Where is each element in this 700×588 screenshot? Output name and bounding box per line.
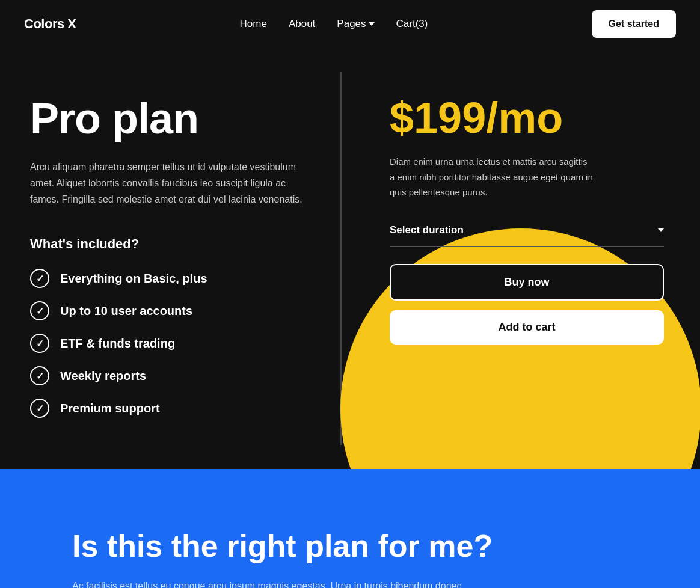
feature-list: Everything on Basic, plus Up to 10 user … bbox=[30, 269, 304, 418]
included-heading: What's included? bbox=[30, 236, 304, 252]
plan-description: Arcu aliquam pharetra semper tellus ut i… bbox=[30, 159, 304, 208]
feature-item-1: Everything on Basic, plus bbox=[30, 269, 304, 288]
blue-section-title: Is this the right plan for me? bbox=[72, 529, 493, 563]
duration-chevron-icon bbox=[658, 228, 664, 232]
nav-links: Home About Pages Cart(3) bbox=[240, 18, 428, 30]
price-display: $199/mo bbox=[390, 96, 664, 139]
feature-item-2: Up to 10 user accounts bbox=[30, 301, 304, 320]
feature-label-3: ETF & funds trading bbox=[60, 337, 175, 351]
site-logo[interactable]: Colors X bbox=[24, 16, 76, 32]
hero-right-panel: $199/mo Diam enim urna urna lectus et ma… bbox=[342, 48, 700, 469]
feature-label-4: Weekly reports bbox=[60, 369, 146, 383]
hero-left-panel: Pro plan Arcu aliquam pharetra semper te… bbox=[0, 48, 340, 469]
feature-item-4: Weekly reports bbox=[30, 366, 304, 385]
blue-section-desc: Ac facilisis est tellus eu congue arcu i… bbox=[72, 578, 493, 588]
blue-info-section: Is this the right plan for me? Ac facili… bbox=[0, 469, 700, 588]
feature-label-5: Premium support bbox=[60, 402, 160, 415]
pricing-panel: $199/mo Diam enim urna urna lectus et ma… bbox=[390, 96, 664, 345]
nav-pages-dropdown[interactable]: Pages bbox=[337, 18, 374, 30]
nav-cart[interactable]: Cart(3) bbox=[396, 18, 428, 30]
get-started-button[interactable]: Get started bbox=[592, 10, 676, 38]
feature-item-5: Premium support bbox=[30, 399, 304, 418]
plan-title: Pro plan bbox=[30, 96, 304, 142]
hero-section: Pro plan Arcu aliquam pharetra semper te… bbox=[0, 48, 700, 469]
feature-label-2: Up to 10 user accounts bbox=[60, 304, 192, 318]
feature-label-1: Everything on Basic, plus bbox=[60, 272, 207, 286]
check-icon-1 bbox=[30, 269, 49, 288]
check-icon-5 bbox=[30, 399, 49, 418]
check-icon-4 bbox=[30, 366, 49, 385]
chevron-down-icon bbox=[369, 22, 375, 26]
select-duration-dropdown[interactable]: Select duration bbox=[390, 224, 664, 247]
nav-home[interactable]: Home bbox=[240, 18, 267, 30]
nav-about[interactable]: About bbox=[289, 18, 315, 30]
check-icon-3 bbox=[30, 334, 49, 353]
check-icon-2 bbox=[30, 301, 49, 320]
price-description: Diam enim urna urna lectus et mattis arc… bbox=[390, 154, 594, 200]
navbar: Colors X Home About Pages Cart(3) Get st… bbox=[0, 0, 700, 48]
select-duration-label: Select duration bbox=[390, 224, 464, 236]
buy-now-button[interactable]: Buy now bbox=[390, 264, 664, 301]
add-to-cart-button[interactable]: Add to cart bbox=[390, 310, 664, 345]
feature-item-3: ETF & funds trading bbox=[30, 334, 304, 353]
